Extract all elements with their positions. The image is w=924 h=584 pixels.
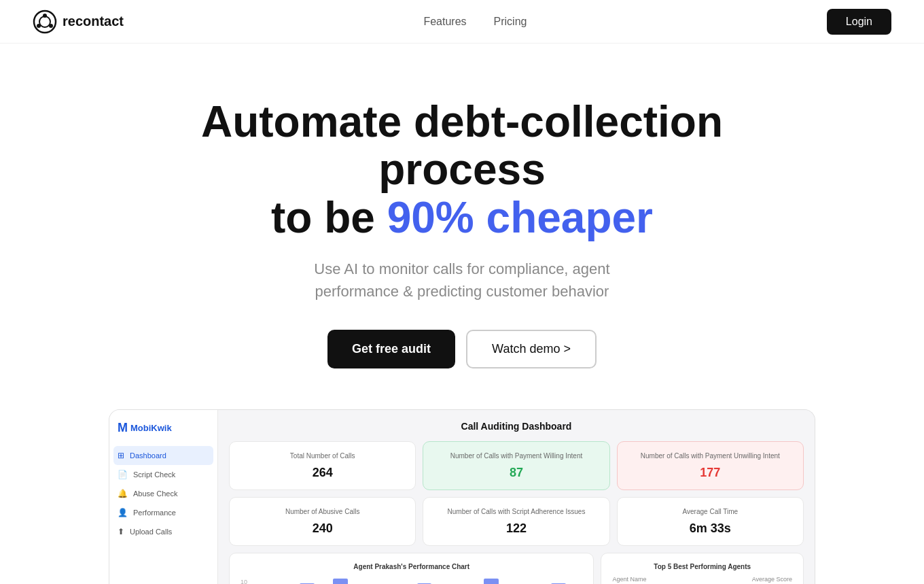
hero-title-highlight: 90% cheaper (387, 193, 653, 242)
nav-links: Features Pricing (423, 16, 527, 28)
card-abusive-label: Number of Abusive Calls (241, 507, 404, 516)
hero-subtitle-line2: performance & predicting customer behavi… (315, 283, 609, 300)
hero-title: Automate debt-collection process to be 9… (156, 98, 768, 241)
dashboard-sidebar: M MobiKwik ⊞ Dashboard 📄 Script Check 🔔 … (109, 410, 218, 584)
sidebar-item-upload-calls[interactable]: ⬆ Upload Calls (109, 522, 217, 541)
dashboard-title: Call Auditing Dashboard (229, 421, 804, 432)
dashboard-icon: ⊞ (118, 451, 124, 460)
script-check-icon: 📄 (118, 470, 128, 479)
navbar: recontact Features Pricing Login (0, 0, 924, 44)
chart-area: 10 (241, 576, 582, 584)
hero-subtitle-line1: Use AI to monitor calls for compliance, … (314, 260, 609, 277)
card-avg-call-time: Average Call Time 6m 33s (617, 497, 804, 546)
card-unwilling-label: Number of Calls with Payment Unwilling I… (628, 451, 792, 460)
agents-title: Top 5 Best Performing Agents (612, 563, 792, 570)
card-willing-value: 87 (434, 466, 598, 480)
card-unwilling-value: 177 (628, 466, 792, 480)
hero-title-line1: Automate debt-collection process (201, 97, 723, 194)
card-abusive-value: 240 (241, 521, 404, 536)
card-willing-intent: Number of Calls with Payment Willing Int… (423, 441, 609, 490)
svg-point-2 (43, 14, 47, 18)
chart-title: Agent Prakash's Performance Chart (241, 563, 582, 570)
dashboard-main: Call Auditing Dashboard Total Number of … (218, 410, 815, 584)
sidebar-item-abuse-check[interactable]: 🔔 Abuse Check (109, 484, 217, 503)
get-free-audit-button[interactable]: Get free audit (327, 330, 455, 368)
performance-icon: 👤 (118, 508, 128, 517)
card-unwilling-intent: Number of Calls with Payment Unwilling I… (617, 441, 804, 490)
logo: recontact (33, 10, 124, 34)
svg-point-4 (37, 24, 41, 28)
bottom-row: Agent Prakash's Performance Chart 10 Top… (229, 553, 804, 584)
sidebar-item-performance[interactable]: 👤 Performance (109, 503, 217, 522)
abuse-check-icon: 🔔 (118, 489, 128, 498)
nav-pricing[interactable]: Pricing (494, 16, 527, 28)
nav-features[interactable]: Features (423, 16, 466, 28)
chart-y-label: 10 (241, 579, 247, 584)
sidebar-item-dashboard[interactable]: ⊞ Dashboard (113, 446, 213, 465)
card-script-value: 122 (434, 521, 598, 536)
hero-title-line2-prefix: to be (271, 193, 387, 242)
upload-calls-icon: ⬆ (118, 527, 124, 536)
chart-bar (333, 579, 348, 584)
performance-chart-card: Agent Prakash's Performance Chart 10 (229, 553, 594, 584)
hero-subtitle: Use AI to monitor calls for compliance, … (314, 258, 609, 303)
hero-buttons: Get free audit Watch demo > (327, 330, 597, 368)
agents-header: Agent Name Average Score (612, 576, 792, 584)
card-avg-time-value: 6m 33s (628, 521, 792, 536)
sidebar-logo: M MobiKwik (109, 421, 217, 446)
svg-point-1 (39, 16, 50, 27)
cards-row-2: Number of Abusive Calls 240 Number of Ca… (229, 497, 804, 546)
card-abusive-calls: Number of Abusive Calls 240 (229, 497, 416, 546)
watch-demo-button[interactable]: Watch demo > (466, 330, 597, 368)
card-avg-time-label: Average Call Time (628, 507, 792, 516)
agents-col1: Agent Name (612, 576, 646, 583)
dashboard-preview: M MobiKwik ⊞ Dashboard 📄 Script Check 🔔 … (109, 409, 815, 584)
login-button[interactable]: Login (827, 9, 891, 35)
svg-point-3 (49, 24, 53, 28)
card-script-issues: Number of Calls with Script Adherence Is… (423, 497, 609, 546)
sidebar-item-script-check[interactable]: 📄 Script Check (109, 465, 217, 484)
card-script-label: Number of Calls with Script Adherence Is… (434, 507, 598, 516)
logo-text: recontact (63, 14, 124, 29)
agents-card: Top 5 Best Performing Agents Agent Name … (601, 553, 804, 584)
agents-col2: Average Score (752, 576, 792, 583)
hero-section: Automate debt-collection process to be 9… (0, 44, 924, 584)
card-total-calls-label: Total Number of Calls (241, 451, 404, 460)
card-total-calls: Total Number of Calls 264 (229, 441, 416, 490)
cards-row-1: Total Number of Calls 264 Number of Call… (229, 441, 804, 490)
chart-bar (484, 579, 499, 584)
card-total-calls-value: 264 (241, 466, 404, 480)
card-willing-label: Number of Calls with Payment Willing Int… (434, 451, 598, 460)
logo-icon (33, 10, 57, 34)
